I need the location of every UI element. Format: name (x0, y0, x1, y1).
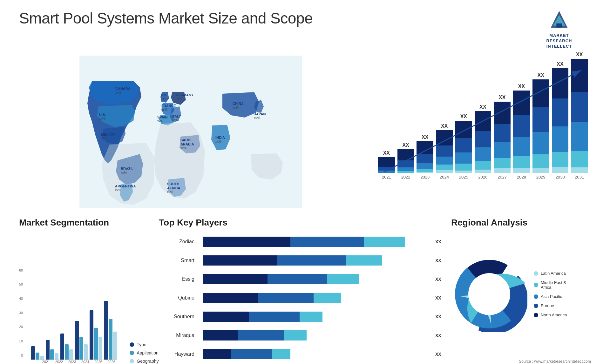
bar-group-2023: XX 2023 (417, 134, 433, 179)
svg-text:xx%: xx% (161, 97, 167, 101)
players-bars: XX XX (203, 233, 445, 364)
svg-text:xx%: xx% (121, 171, 127, 174)
seg-bar-group (90, 310, 102, 360)
bar-group-2027: XX 2027 (494, 95, 511, 179)
svg-text:SAUDI: SAUDI (180, 138, 191, 142)
svg-text:xx%: xx% (101, 137, 107, 140)
legend-label-geography: Geography (137, 359, 159, 364)
map-container: CANADA xx% U.S. xx% MEXICO xx% BRAZIL xx… (19, 56, 362, 208)
svg-text:xx%: xx% (254, 116, 260, 120)
svg-text:SOUTH: SOUTH (167, 182, 180, 186)
svg-text:U.K.: U.K. (161, 93, 168, 97)
reg-legend-mea: Middle East &Africa (534, 280, 567, 290)
player-name-southern: Southern (159, 314, 197, 320)
legend-dot-geography (130, 359, 134, 363)
svg-text:xx%: xx% (172, 118, 178, 122)
svg-text:xx%: xx% (161, 108, 167, 111)
header: Smart Pool Systems Market Size and Scope… (19, 10, 591, 49)
seg-bar-group (60, 334, 73, 360)
seg-y-axis: 60 50 40 30 20 10 0 (19, 268, 24, 364)
top-section: CANADA xx% U.S. xx% MEXICO xx% BRAZIL xx… (19, 56, 591, 208)
regional-container: Regional Analysis (451, 218, 591, 364)
svg-text:CHINA: CHINA (233, 102, 244, 105)
player-xx-smart: XX (435, 258, 445, 263)
svg-text:xx%: xx% (180, 146, 186, 150)
legend-label-application: Application (137, 350, 159, 355)
bottom-section: Market Segmentation 60 50 40 30 20 10 0 (19, 218, 591, 364)
players-inner: Zodiac Smart Essig Qubino Southern Miraq… (159, 233, 445, 364)
logo-area: MARKETRESEARCHINTELLECT (527, 10, 591, 49)
player-name-essig: Essig (159, 276, 197, 282)
svg-text:GERMANY: GERMANY (176, 93, 194, 97)
seg-bar-group (104, 301, 117, 360)
svg-text:ARABIA: ARABIA (180, 142, 194, 146)
bar-chart-container: XX 2021 XX (375, 56, 591, 208)
bar-group-2026: XX 2026 (475, 104, 491, 179)
svg-text:xx%: xx% (215, 140, 221, 143)
player-xx-miraqua: XX (435, 333, 445, 338)
reg-label-mea: Middle East &Africa (541, 280, 566, 290)
bar-group-2025: XX 2025 (455, 114, 472, 179)
player-bar-hayward: XX (203, 349, 445, 359)
svg-text:MEXICO: MEXICO (101, 132, 115, 136)
reg-label-na: North America (541, 313, 567, 317)
player-xx-southern: XX (435, 314, 445, 319)
svg-text:xx%: xx% (176, 97, 182, 101)
reg-dot-na (534, 313, 538, 317)
legend-dot-application (130, 351, 134, 355)
svg-text:JAPAN: JAPAN (254, 112, 266, 116)
player-bar-zodiac: XX (203, 237, 445, 247)
legend-label-type: Type (137, 342, 146, 347)
player-name-smart: Smart (159, 258, 197, 263)
svg-text:FRANCE: FRANCE (161, 104, 176, 108)
logo-text: MARKETRESEARCHINTELLECT (546, 33, 572, 49)
segmentation-container: Market Segmentation 60 50 40 30 20 10 0 (19, 218, 152, 364)
reg-label-apac: Asia Pacific (541, 294, 562, 299)
seg-bar-group (75, 321, 88, 360)
svg-text:xx%: xx% (233, 106, 239, 109)
svg-text:ARGENTINA: ARGENTINA (115, 184, 136, 188)
bar-group-2030: XX 2030 (552, 61, 569, 179)
svg-text:CANADA: CANADA (115, 87, 131, 91)
reg-label-europe: Europe (541, 303, 554, 308)
svg-text:INDIA: INDIA (215, 136, 225, 139)
seg-chart-area: 60 50 40 30 20 10 0 (19, 233, 152, 364)
regional-legend: Latin America Middle East &Africa Asia P… (534, 271, 567, 317)
svg-text:ITALY: ITALY (172, 114, 181, 118)
page-title: Smart Pool Systems Market Size and Scope (19, 10, 313, 27)
seg-legend: Type Application Geography (130, 342, 159, 364)
regional-title: Regional Analysis (451, 218, 591, 228)
bar-group-2031: XX 2031 (571, 52, 588, 179)
player-bar-miraqua: XX (203, 330, 445, 340)
player-name-qubino: Qubino (159, 295, 197, 301)
player-xx-hayward: XX (435, 352, 445, 357)
svg-text:xx%: xx% (99, 117, 105, 120)
donut-chart (451, 256, 527, 332)
player-xx-zodiac: XX (435, 239, 445, 244)
seg-bar-group (46, 340, 58, 360)
logo-icon (548, 10, 570, 32)
reg-legend-apac: Asia Pacific (534, 294, 567, 299)
player-name-hayward: Hayward (159, 351, 197, 357)
seg-bar-group (31, 346, 44, 360)
source-text: Source : www.marketresearchintellect.com (451, 359, 591, 364)
players-container: Top Key Players Zodiac Smart Essig Qubin… (159, 218, 445, 364)
reg-legend-latin: Latin America (534, 271, 567, 276)
bar-group-2022: XX 2022 (397, 142, 414, 179)
svg-text:xx%: xx% (167, 190, 173, 194)
world-map-svg: CANADA xx% U.S. xx% MEXICO xx% BRAZIL xx… (19, 56, 362, 208)
reg-label-latin: Latin America (541, 271, 566, 276)
svg-text:xx%: xx% (115, 91, 121, 94)
reg-dot-latin (534, 271, 538, 276)
player-xx-qubino: XX (435, 295, 445, 300)
player-bar-smart: XX (203, 255, 445, 266)
reg-legend-na: North America (534, 313, 567, 317)
reg-legend-europe: Europe (534, 303, 567, 308)
players-title: Top Key Players (159, 218, 445, 228)
svg-point-38 (468, 273, 510, 315)
legend-application: Application (130, 350, 159, 355)
legend-dot-type (130, 342, 134, 347)
segmentation-title: Market Segmentation (19, 218, 152, 228)
svg-text:U.S.: U.S. (99, 113, 106, 117)
bar-group-2024: XX 2024 (436, 123, 453, 179)
